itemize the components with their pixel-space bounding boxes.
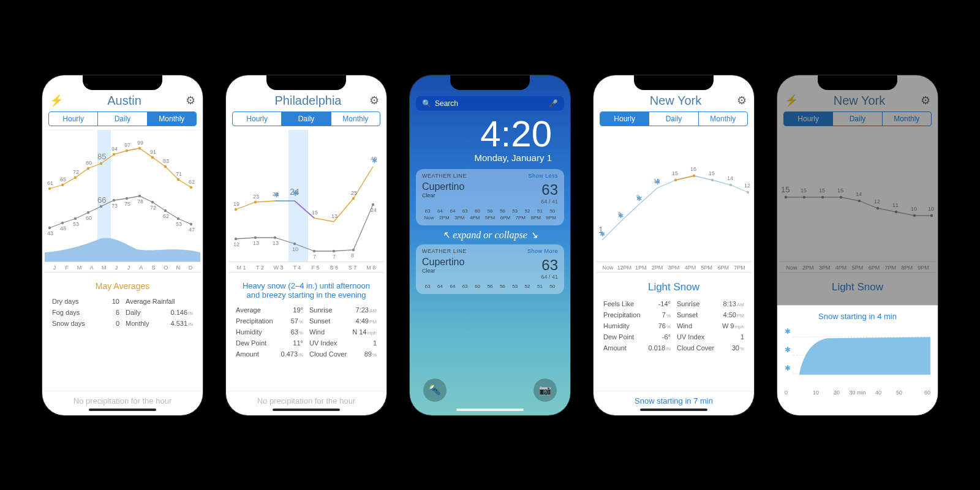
weather-widget-expanded[interactable]: WEATHER LINE Show Less Cupertino Clear 6… [416,169,564,225]
stat-value: -14° [658,300,671,307]
svg-text:15: 15 [781,185,790,194]
search-input[interactable]: 🔍 Search 🎤 [416,96,564,111]
axis-tick: 2PM [800,265,816,271]
stat-key: Sunset [677,311,698,318]
svg-text:91: 91 [150,149,156,155]
home-indicator [640,409,707,411]
svg-point-106 [895,210,897,213]
notch [818,75,897,90]
svg-point-73 [372,203,374,205]
chart-hourly[interactable]: 15 1515151412111010 [780,130,935,262]
clock: 4:20 Monday, January 1 [410,111,570,163]
gear-icon[interactable]: ⚙ [186,94,195,107]
svg-text:1: 1 [598,225,603,235]
chart-daily[interactable]: ✱✱✱ 1923 242440 15 1325 1213131077824 [228,130,384,262]
flashlight-button[interactable]: 🔦 [423,379,447,402]
chart-monthly[interactable]: 616572808594979991837162 434853606673757… [45,130,200,262]
mini-temp: 52 [522,284,533,289]
axis-tick: M 8 [362,265,380,271]
search-icon: 🔍 [422,99,431,108]
tab-daily[interactable]: Daily [282,112,331,126]
bolt-icon[interactable]: ⚡ [785,94,798,107]
stat-value: 4:49PM [356,317,377,325]
phone-newyork-snow: ⚡ New York ⚙ Hourly Daily Monthly 15 151… [777,75,938,415]
axis-tick: N [172,265,184,271]
show-more-button[interactable]: Show More [527,248,558,254]
stat-row: Monthly4.531IN [126,318,193,329]
mini-temp: 51 [534,284,545,289]
stat-row: Sunset4:49PM [309,315,377,326]
svg-text:73: 73 [111,203,118,209]
svg-text:65: 65 [60,176,66,183]
tab-monthly[interactable]: Monthly [148,112,196,126]
stat-row: Snow days0 [52,318,119,329]
show-less-button[interactable]: Show Less [528,173,558,179]
home-indicator [273,409,340,411]
axis-tick: W 3 [270,265,288,271]
svg-text:✱: ✱ [785,363,791,372]
time-value: 4:20 [410,116,552,153]
svg-point-10 [138,146,141,149]
axis-tick: 5PM [850,265,866,271]
stat-row: Feels Like-14° [603,298,671,309]
svg-text:99: 99 [137,140,143,146]
stat-key: Wind [677,322,692,330]
axis-tick: J [123,265,135,271]
svg-text:97: 97 [124,142,130,148]
home-indicator [456,409,524,411]
bolt-icon[interactable]: ⚡ [50,94,63,107]
footer-status[interactable]: Snow starting in 7 min [594,391,754,405]
svg-text:14: 14 [727,175,733,181]
stat-row: Sunrise8:13AM [677,298,744,309]
tab-daily[interactable]: Daily [649,112,698,126]
camera-button[interactable]: 📷 [533,379,557,402]
svg-text:14: 14 [856,191,862,197]
stat-row: Humidity76% [603,320,671,331]
tabs: Hourly Daily Monthly [783,111,932,126]
tab-monthly[interactable]: Monthly [331,112,380,126]
gear-icon[interactable]: ⚙ [737,94,747,107]
tab-hourly[interactable]: Hourly [784,112,833,126]
tab-hourly[interactable]: Hourly [233,112,282,126]
mini-temp: 63 [422,284,433,289]
gear-icon[interactable]: ⚙ [921,94,930,107]
axis-tick: A [135,265,147,271]
tab-daily[interactable]: Daily [98,112,147,126]
svg-point-69 [293,242,296,244]
axis-tick: T 2 [251,265,269,271]
chart-hourly[interactable]: ✱✱✱✱ 15913 1516 151412 [596,130,752,262]
tab-monthly[interactable]: Monthly [883,112,931,126]
stat-key: Sunrise [677,300,699,307]
stats-grid: Average19°Precipitation57%Humidity63%Dew… [226,304,386,360]
tab-monthly[interactable]: Monthly [699,112,747,126]
tab-daily[interactable]: Daily [833,112,882,126]
mini-temp: 50 [547,284,558,289]
snow-card-title: Snow starting in 4 min [785,312,930,321]
stat-key: Average Rainfall [126,298,175,305]
axis-tick: 30 min [847,390,868,396]
snow-minute-card[interactable]: Snow starting in 4 min ✱✱✱ 0102030 min40… [777,305,938,415]
stat-row: WindW 9mph [677,320,744,331]
svg-point-90 [747,190,749,193]
svg-point-100 [785,195,787,198]
axis-tick: M [73,265,85,271]
stat-key: Cloud Cover [677,344,714,352]
tab-hourly[interactable]: Hourly [49,112,98,126]
stat-key: Dry days [52,298,78,305]
stat-key: UV Index [677,333,704,341]
svg-point-101 [803,195,805,198]
mic-icon[interactable]: 🎤 [549,99,558,108]
stat-value: 7% [662,311,671,318]
stat-row: Amount0.473IN [236,349,303,360]
gear-icon[interactable]: ⚙ [369,94,379,107]
summary-title: Heavy snow (2–4 in.) until afternoon and… [226,273,386,304]
weather-widget-collapsed[interactable]: WEATHER LINE Show More Cupertino Clear 6… [416,244,564,294]
tab-hourly[interactable]: Hourly [600,112,649,126]
widget-condition: Clear [422,268,464,274]
tabs: Hourly Daily Monthly [232,111,380,126]
svg-point-87 [693,174,695,176]
svg-text:12: 12 [233,241,239,247]
axis-tick: 2PM [649,265,666,271]
svg-point-30 [87,211,89,213]
axis-tick: 3PM [816,265,833,271]
